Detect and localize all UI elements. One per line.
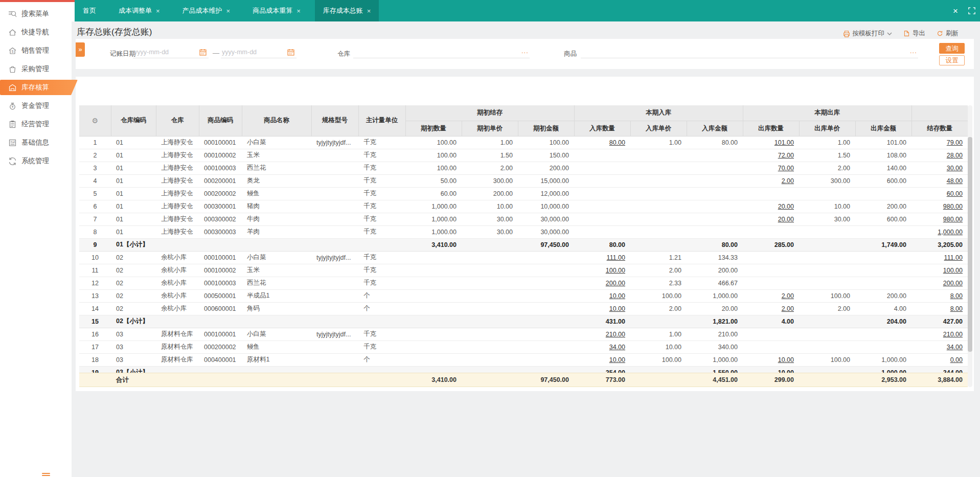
sidebar-item-system[interactable]: 系统管理	[0, 153, 65, 169]
table-cell	[358, 238, 405, 251]
table-row: 1603原材料仓库000100001小白菜tyjyjtyjtyjdf...千克2…	[79, 328, 968, 340]
tab-close-icon[interactable]: ×	[156, 7, 160, 15]
drilldown-link[interactable]: 100.00	[911, 264, 968, 277]
subtotal-row: 901【小计】3,410.0097,450.0080.0080.00285.00…	[79, 238, 968, 251]
drilldown-link[interactable]: 10.00	[743, 353, 799, 366]
drilldown-link[interactable]: 60.00	[911, 187, 968, 200]
tab-库存成本总账[interactable]: 库存成本总账×	[315, 0, 379, 21]
product-picker-ellipsis[interactable]: ...	[910, 47, 917, 55]
calendar-icon[interactable]	[287, 49, 294, 56]
sidebar-item-sales[interactable]: $销售管理	[0, 43, 65, 58]
table-cell	[855, 328, 911, 340]
table-cell: 000300003	[199, 225, 242, 238]
query-button[interactable]: 查询	[939, 43, 965, 54]
sidebar-item-funds[interactable]: ¥资金管理	[0, 98, 65, 113]
settings-button[interactable]: 设置	[939, 55, 965, 65]
export-label: 导出	[913, 29, 925, 38]
sidebar-item-home[interactable]: 快捷导航	[0, 25, 65, 40]
drilldown-link[interactable]: 10.00	[574, 302, 630, 315]
table-cell: 100.00	[799, 353, 855, 366]
refresh-button[interactable]: 刷新	[937, 29, 959, 38]
export-button[interactable]: 导出	[903, 29, 925, 38]
row-index: 5	[79, 187, 111, 200]
drilldown-link[interactable]: 34.00	[911, 340, 968, 353]
drilldown-link[interactable]: 210.00	[574, 328, 630, 340]
table-cell: 80.00	[574, 238, 630, 251]
sidebar-item-inventory[interactable]: 库存核算	[0, 80, 78, 95]
drilldown-link[interactable]: 2.00	[743, 302, 799, 315]
date-filter-label: 记账日期	[110, 50, 135, 58]
column-header: 规格型号	[311, 105, 358, 136]
drilldown-link[interactable]: 20.00	[743, 213, 799, 225]
table-cell: 000300001	[199, 200, 242, 213]
drilldown-link[interactable]: 70.00	[743, 162, 799, 174]
drilldown-link[interactable]: 101.00	[743, 136, 799, 149]
sidebar-collapse-icon[interactable]	[42, 473, 50, 477]
drilldown-link[interactable]: 2.00	[743, 289, 799, 302]
drilldown-link[interactable]: 30.00	[911, 162, 968, 174]
table-cell: 1.00	[462, 136, 518, 149]
tab-商品成本重算[interactable]: 商品成本重算×	[244, 0, 309, 21]
drilldown-link[interactable]: 0.00	[911, 353, 968, 366]
summary-cell	[199, 373, 242, 387]
drilldown-link[interactable]: 28.00	[911, 149, 968, 162]
table-cell	[630, 187, 687, 200]
brand-strip	[0, 0, 75, 2]
drilldown-link[interactable]: 80.00	[574, 136, 630, 149]
warehouse-input[interactable]	[353, 46, 530, 58]
drilldown-link[interactable]: 111.00	[574, 251, 630, 264]
drilldown-link[interactable]: 980.00	[911, 213, 968, 225]
drilldown-link[interactable]: 8.00	[911, 289, 968, 302]
table-cell: 小白菜	[242, 328, 311, 340]
table-cell: 01	[111, 200, 156, 213]
tab-成本调整单[interactable]: 成本调整单×	[110, 0, 168, 21]
calendar-icon[interactable]	[199, 49, 207, 56]
date-to-input[interactable]	[221, 46, 297, 58]
fullscreen-icon[interactable]	[968, 7, 976, 15]
sidebar-item-base-info[interactable]: A基础信息	[0, 135, 65, 150]
scrollbar-thumb[interactable]	[968, 137, 972, 352]
gear-icon[interactable]: ⚙	[92, 117, 98, 125]
drilldown-link[interactable]: 210.00	[911, 328, 968, 340]
sidebar-item-search[interactable]: 搜索菜单	[0, 6, 65, 21]
tab-close-icon[interactable]: ×	[367, 7, 371, 15]
table-cell: 2.00	[630, 302, 687, 315]
sidebar-item-operations[interactable]: 经营管理	[0, 117, 65, 132]
close-icon[interactable]: ×	[951, 7, 960, 15]
drilldown-link[interactable]: 34.00	[574, 340, 630, 353]
filter-expand-button[interactable]: »	[76, 42, 85, 57]
summary-cell: 2,953.00	[855, 373, 911, 387]
print-by-template-button[interactable]: 按模板打印	[843, 29, 893, 38]
table-cell: 15,000.00	[518, 174, 574, 187]
table-cell: 上海静安仓	[156, 174, 199, 187]
drilldown-link[interactable]: 8.00	[911, 302, 968, 315]
table-cell: 千克	[358, 187, 405, 200]
drilldown-link[interactable]: 20.00	[743, 200, 799, 213]
drilldown-link[interactable]: 10.00	[574, 353, 630, 366]
sidebar-item-purchase[interactable]: 采购管理	[0, 61, 65, 77]
tab-close-icon[interactable]: ×	[297, 7, 301, 15]
table-cell	[574, 162, 630, 174]
table-cell: 000200002	[199, 187, 242, 200]
tab-close-icon[interactable]: ×	[226, 7, 231, 15]
table-cell: 02	[111, 289, 156, 302]
drilldown-link[interactable]: 200.00	[911, 277, 968, 289]
drilldown-link[interactable]: 10.00	[574, 289, 630, 302]
table-cell: 000100002	[199, 264, 242, 277]
drilldown-link[interactable]: 72.00	[743, 149, 799, 162]
drilldown-link[interactable]: 980.00	[911, 200, 968, 213]
row-index: 2	[79, 149, 111, 162]
drilldown-link[interactable]: 200.00	[574, 277, 630, 289]
date-from-input[interactable]	[133, 46, 209, 58]
tab-首页[interactable]: 首页	[75, 0, 104, 21]
drilldown-link[interactable]: 48.00	[911, 174, 968, 187]
warehouse-picker-ellipsis[interactable]: ...	[521, 47, 529, 55]
tab-产品成本维护[interactable]: 产品成本维护×	[174, 0, 239, 21]
drilldown-link[interactable]: 2.00	[743, 174, 799, 187]
drilldown-link[interactable]: 100.00	[574, 264, 630, 277]
product-input[interactable]	[581, 46, 918, 58]
table-cell: 千克	[358, 200, 405, 213]
drilldown-link[interactable]: 111.00	[911, 251, 968, 264]
drilldown-link[interactable]: 1,000.00	[911, 225, 968, 238]
drilldown-link[interactable]: 79.00	[911, 136, 968, 149]
